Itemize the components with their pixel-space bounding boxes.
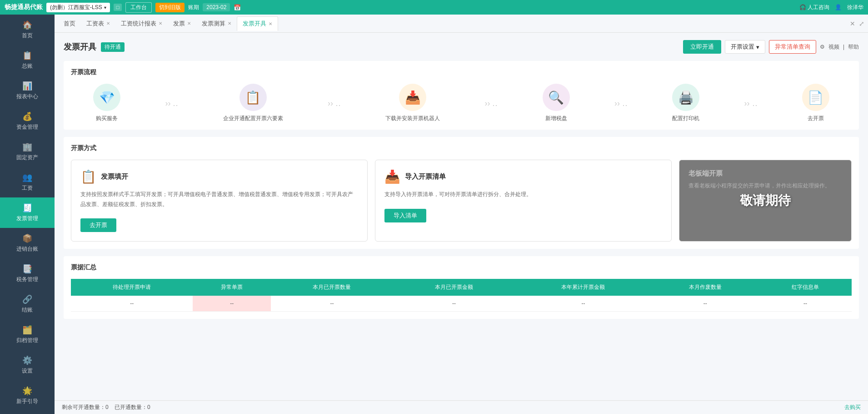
tab-close-icon[interactable]: ✕ — [228, 21, 231, 26]
open-settings-button[interactable]: 开票设置 ▾ — [725, 40, 765, 54]
configure-icon: 📋 — [245, 90, 261, 105]
cell-month-amount: -- — [393, 296, 515, 312]
close-all-icon[interactable]: ✕ — [850, 20, 855, 27]
tab-close-icon[interactable]: ✕ — [106, 21, 110, 26]
step-icon-wrapper: 📋 — [239, 84, 267, 111]
period-value[interactable]: 2023-02 — [203, 3, 230, 11]
customer-service-link[interactable]: 🎧 人工咨询 — [799, 4, 829, 11]
arrow-icon: ›› ‥ — [484, 98, 498, 108]
open-now-button[interactable]: 立即开通 — [683, 40, 721, 54]
user-name[interactable]: 徐泽华 — [847, 4, 863, 11]
top-bar: 畅捷通易代账 (勿删）江西服宝-LSS ▾ □ 工作台 切到旧版 账期 2023… — [0, 0, 868, 15]
step-label: 购买服务 — [96, 115, 118, 122]
workbench-button[interactable]: 工作台 — [125, 2, 152, 13]
help-link[interactable]: 帮助 — [848, 43, 859, 51]
buy-link[interactable]: 去购买 — [844, 404, 861, 410]
sidebar-item-reports[interactable]: 📊 报表中心 — [0, 76, 55, 106]
step-download: 📥 下载并安装开票机器人 — [385, 84, 440, 122]
step-label: 配置打印机 — [672, 115, 699, 122]
top-bar-left: 畅捷通易代账 (勿删）江西服宝-LSS ▾ □ 工作台 切到旧版 账期 2023… — [5, 2, 241, 13]
assets-icon: 🏢 — [22, 142, 32, 152]
tab-close-icon[interactable]: ✕ — [187, 21, 191, 26]
col-month-count: 本月已开票数量 — [271, 279, 393, 296]
tab-payroll[interactable]: 工资表 ✕ — [81, 16, 115, 31]
step-icon-wrapper: 📥 — [399, 84, 426, 111]
sidebar-item-ledger[interactable]: 📋 总账 — [0, 45, 55, 76]
tab-invoice-calc[interactable]: 发票测算 ✕ — [196, 16, 237, 31]
bottom-bar: 剩余可开通数量：0 已开通数量：0 去购买 — [55, 400, 868, 414]
bottom-left: 剩余可开通数量：0 已开通数量：0 — [62, 404, 150, 411]
help-area: ⚙ 视频 | 帮助 — [820, 43, 859, 51]
company-selector[interactable]: (勿删）江西服宝-LSS ▾ — [46, 3, 110, 12]
sidebar-item-funds[interactable]: 💰 资金管理 — [0, 106, 55, 136]
tax-disk-icon: 🔍 — [548, 90, 564, 105]
fill-title: 发票填开 — [101, 172, 128, 181]
col-void-count: 本月作废数量 — [652, 279, 759, 296]
method-cards: 📋 发票填开 支持按照发票样式手工填写开发票；可开具增值税电子普通发票、增值税普… — [71, 160, 852, 242]
tab-home[interactable]: 首页 — [58, 16, 81, 31]
arrow-icon: ›› ‥ — [744, 98, 758, 108]
app-layout: 🏠 首页 📋 总账 📊 报表中心 💰 资金管理 🏢 固定资产 👥 工资 🧾 发票… — [0, 15, 868, 414]
sidebar-item-home[interactable]: 🏠 首页 — [0, 15, 55, 45]
sidebar-item-vip[interactable]: 👑 畅会员 — [0, 411, 55, 414]
step-configure: 📋 企业开通配置开票六要素 — [223, 84, 283, 122]
sidebar-item-payroll[interactable]: 👥 工资 — [0, 167, 55, 197]
col-month-amount: 本月已开票金额 — [393, 279, 515, 296]
cell-red-info: -- — [759, 296, 852, 312]
home-icon: 🏠 — [22, 20, 32, 30]
process-section: 开票流程 💎 购买服务 ›› ‥ 📋 企业开通配置开票六要素 — [64, 61, 859, 130]
video-link[interactable]: 视频 — [828, 43, 839, 51]
cell-abnormal: -- — [193, 296, 271, 312]
tab-invoice-issue[interactable]: 发票开具 ✕ — [237, 16, 278, 31]
sidebar-item-purchase-sales[interactable]: 📦 进销台账 — [0, 228, 55, 258]
invoice-old-card: 老板端开票 查看老板端小程序提交的开票申请，并作出相应处理操作。 敬请期待 — [679, 160, 852, 242]
tab-payroll-report[interactable]: 工资统计报表 ✕ — [115, 16, 168, 31]
go-issue-button[interactable]: 去开票 — [80, 218, 116, 232]
page-header-actions: 立即开通 开票设置 ▾ 异常清单查询 ⚙ 视频 | 帮助 — [683, 40, 859, 54]
sidebar-item-label: 结账 — [22, 306, 33, 314]
open-invoice-icon: 📄 — [808, 90, 823, 105]
buy-service-icon: 💎 — [99, 90, 115, 105]
page-content: 发票开具 待开通 立即开通 开票设置 ▾ 异常清单查询 ⚙ 视频 | 帮助 — [55, 33, 868, 400]
settings-label: 开票设置 — [731, 43, 754, 51]
sidebar-item-tax[interactable]: 📑 税务管理 — [0, 258, 55, 289]
tab-close-icon[interactable]: ✕ — [159, 21, 162, 26]
sidebar-item-guide[interactable]: 🌟 新手引导 — [0, 380, 55, 411]
sidebar-item-assets[interactable]: 🏢 固定资产 — [0, 136, 55, 167]
import-icon: 📥 — [384, 169, 400, 184]
switch-old-button[interactable]: 切到旧版 — [155, 3, 185, 12]
import-list-button[interactable]: 导入清单 — [384, 209, 426, 222]
step-label: 下载并安装开票机器人 — [385, 115, 440, 122]
sidebar-item-label: 首页 — [22, 32, 33, 40]
payroll-icon: 👥 — [22, 172, 32, 182]
abnormal-query-button[interactable]: 异常清单查询 — [769, 40, 816, 54]
tab-fapiao[interactable]: 发票 ✕ — [168, 16, 196, 31]
sidebar-item-archive[interactable]: 🗂️ 归档管理 — [0, 319, 55, 350]
process-steps: 💎 购买服务 ›› ‥ 📋 企业开通配置开票六要素 ›› ‥ — [71, 84, 852, 122]
tab-close-icon[interactable]: ✕ — [269, 21, 272, 26]
copy-button[interactable]: □ — [114, 4, 122, 11]
sidebar-item-invoice[interactable]: 🧾 发票管理 — [0, 197, 55, 228]
sidebar-item-label: 总账 — [22, 62, 33, 70]
archive-icon: 🗂️ — [22, 325, 32, 335]
ledger-icon: 📋 — [22, 50, 32, 61]
opened-label: 已开通数量：0 — [115, 404, 150, 410]
card-header: 📥 导入开票清单 — [384, 169, 662, 184]
tab-bar: 首页 工资表 ✕ 工资统计报表 ✕ 发票 ✕ 发票测算 ✕ 发票开具 ✕ — [55, 15, 868, 33]
step-printer: 🖨️ 配置打印机 — [672, 84, 699, 122]
calendar-icon[interactable]: 📅 — [234, 4, 241, 11]
checkout-icon: 🔗 — [22, 294, 32, 304]
sidebar-item-settings[interactable]: ⚙️ 设置 — [0, 350, 55, 380]
summary-table: 待处理开票申请 异常单票 本月已开票数量 本月已开票金额 本年累计开票金额 本月… — [71, 279, 852, 312]
sidebar-item-label: 固定资产 — [16, 154, 38, 162]
restore-icon[interactable]: ⤢ — [859, 20, 864, 27]
tab-bar-right: ✕ ⤢ — [850, 20, 864, 27]
sidebar-item-label: 发票管理 — [16, 215, 38, 222]
settings-circle-icon: ⚙ — [820, 44, 825, 50]
step-label: 新增税盘 — [545, 115, 567, 122]
sidebar-item-checkout[interactable]: 🔗 结账 — [0, 289, 55, 319]
fill-desc: 支持按照发票样式手工填写开发票；可开具增值税电子普通发票、增值税普通发票、增值税… — [80, 190, 358, 209]
headset-icon: 🎧 — [799, 4, 806, 10]
import-title: 导入开票清单 — [405, 172, 446, 181]
purchase-sales-icon: 📦 — [22, 233, 32, 243]
